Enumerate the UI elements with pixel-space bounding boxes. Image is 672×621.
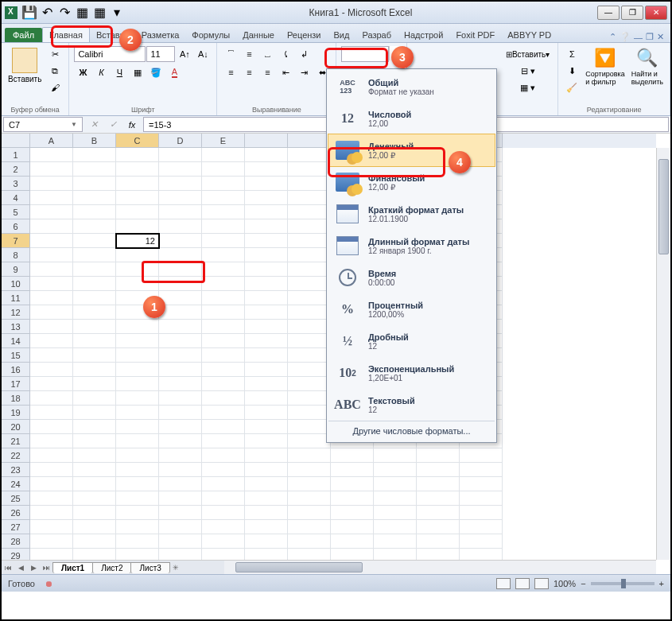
cell[interactable] [116, 291, 159, 305]
shrink-font-icon[interactable]: A↓ [194, 46, 212, 62]
row-header[interactable]: 5 [2, 205, 30, 219]
tab-view[interactable]: Вид [328, 28, 356, 42]
cell[interactable] [288, 506, 331, 520]
format-menu-item[interactable]: Краткий формат даты12.01.1900 [328, 198, 495, 230]
cell[interactable] [73, 177, 116, 191]
cell[interactable] [245, 434, 288, 448]
format-menu-item[interactable]: Финансовый12,00 ₽ [328, 166, 495, 198]
vertical-scrollbar[interactable] [656, 148, 670, 560]
cell[interactable] [116, 420, 159, 434]
row-header[interactable]: 28 [2, 534, 30, 549]
cell[interactable] [116, 191, 159, 205]
tab-foxit[interactable]: Foxit PDF [449, 28, 501, 42]
format-menu-item[interactable]: Денежный12,00 ₽ [328, 134, 495, 166]
cell[interactable] [417, 491, 460, 506]
cell[interactable] [30, 305, 73, 320]
cell[interactable] [30, 162, 73, 177]
tab-data[interactable]: Данные [236, 28, 281, 42]
dec-indent-icon[interactable]: ⇤ [277, 64, 294, 80]
cell[interactable] [331, 534, 374, 549]
cell[interactable] [202, 377, 245, 391]
cell[interactable] [202, 491, 245, 506]
cell[interactable] [116, 363, 159, 377]
cell[interactable] [116, 534, 159, 549]
cell[interactable] [202, 463, 245, 477]
cell[interactable] [116, 477, 159, 491]
cell[interactable] [159, 434, 202, 448]
cell[interactable] [30, 320, 73, 334]
cell[interactable] [331, 448, 374, 463]
cell[interactable] [202, 262, 245, 277]
cell[interactable] [30, 491, 73, 506]
font-color-button[interactable]: A [165, 64, 183, 80]
delete-cells-button[interactable]: ⊟ ▾ [503, 63, 553, 79]
column-header[interactable]: D [159, 134, 202, 148]
tab-abbyy[interactable]: ABBYY PD [501, 28, 557, 42]
cell[interactable] [116, 520, 159, 534]
cell[interactable] [159, 234, 202, 248]
cell[interactable] [245, 377, 288, 391]
cell[interactable] [159, 248, 202, 262]
cell[interactable] [245, 463, 288, 477]
row-header[interactable]: 15 [2, 348, 30, 363]
cell[interactable] [288, 463, 331, 477]
cell[interactable] [159, 320, 202, 334]
new-sheet-icon[interactable]: ✳ [169, 561, 182, 574]
cell[interactable] [288, 277, 331, 291]
cell[interactable] [331, 491, 374, 506]
row-header[interactable]: 21 [2, 434, 30, 448]
autosum-icon[interactable]: Σ [563, 46, 581, 62]
cell[interactable] [30, 277, 73, 291]
sheet-first-icon[interactable]: ⏮ [2, 561, 14, 574]
zoom-out-icon[interactable]: − [581, 579, 585, 588]
align-top-icon[interactable]: ⎴ [222, 46, 239, 62]
cell[interactable] [417, 506, 460, 520]
tab-addins[interactable]: Надстрой [398, 28, 449, 42]
cell[interactable] [30, 463, 73, 477]
cell[interactable] [30, 291, 73, 305]
row-header[interactable]: 13 [2, 320, 30, 334]
cell[interactable] [245, 162, 288, 177]
cell[interactable] [116, 434, 159, 448]
row-header[interactable]: 14 [2, 334, 30, 348]
fill-color-button[interactable]: 🪣 [147, 64, 165, 80]
format-cells-button[interactable]: ▦ ▾ [503, 80, 553, 95]
cell[interactable] [245, 520, 288, 534]
cell[interactable] [159, 377, 202, 391]
cell[interactable] [30, 262, 73, 277]
qat-redo-icon[interactable]: ↷ [57, 6, 72, 20]
cell[interactable] [417, 448, 460, 463]
cell[interactable] [374, 520, 417, 534]
cell[interactable] [245, 534, 288, 549]
cell[interactable] [116, 162, 159, 177]
format-menu-item[interactable]: ½Дробный12 [328, 325, 495, 357]
cell[interactable] [116, 491, 159, 506]
cell[interactable] [202, 334, 245, 348]
cell[interactable] [245, 177, 288, 191]
row-header[interactable]: 24 [2, 477, 30, 491]
maximize-button[interactable]: ❐ [621, 6, 643, 20]
zoom-slider[interactable] [591, 582, 655, 585]
cell[interactable] [245, 348, 288, 363]
select-all-corner[interactable] [2, 134, 30, 148]
cell[interactable]: 12 [116, 234, 159, 248]
cell[interactable] [202, 234, 245, 248]
tab-insert[interactable]: Вставка [90, 28, 135, 42]
qat-save-icon[interactable]: 💾 [22, 6, 37, 20]
tab-developer[interactable]: Разраб [355, 28, 398, 42]
cell[interactable] [288, 377, 331, 391]
insert-cells-button[interactable]: ⊞ Вставить ▾ [503, 46, 553, 62]
cell[interactable] [73, 320, 116, 334]
sort-filter-button[interactable]: 🔽 Сортировка и фильтр [584, 46, 626, 87]
cell[interactable] [374, 491, 417, 506]
cell[interactable] [30, 219, 73, 234]
cell[interactable] [288, 406, 331, 420]
cell[interactable] [288, 305, 331, 320]
cell[interactable] [202, 448, 245, 463]
row-header[interactable]: 9 [2, 262, 30, 277]
doc-close-icon[interactable]: ✕ [657, 32, 664, 42]
cell[interactable] [73, 205, 116, 219]
format-menu-item[interactable]: Длинный формат даты12 января 1900 г. [328, 230, 495, 262]
cell[interactable] [245, 406, 288, 420]
cell[interactable] [159, 448, 202, 463]
